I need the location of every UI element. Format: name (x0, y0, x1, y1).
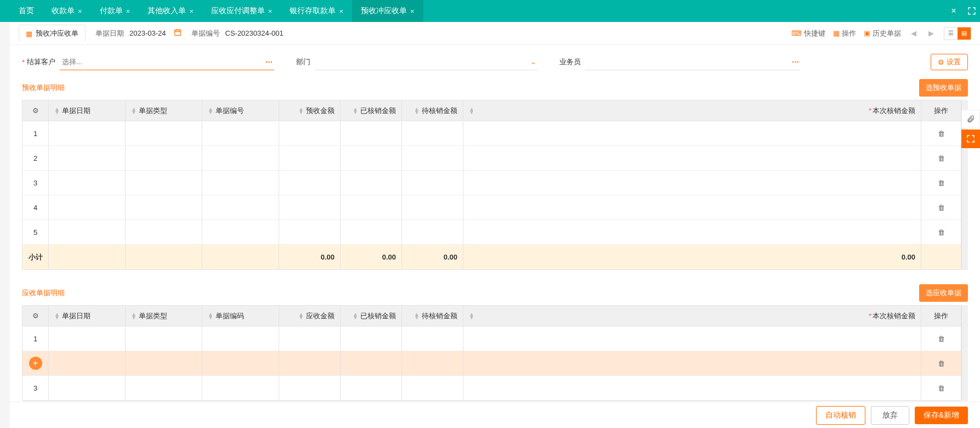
scrollbar[interactable] (961, 305, 968, 401)
col-prepay-amt[interactable]: ▲▼预收金额 (279, 100, 341, 121)
lookup-icon[interactable]: ⋯ (265, 58, 273, 66)
history-icon: ▣ (864, 29, 870, 37)
next-arrow-icon[interactable]: ▶ (926, 29, 936, 37)
col-code[interactable]: ▲▼单据编码 (202, 306, 279, 326)
col-this-amt[interactable]: ▲▼*本次核销金额 (463, 306, 921, 326)
col-date[interactable]: ▲▼单据日期 (49, 100, 126, 121)
trash-icon[interactable]: 🗑 (938, 359, 945, 368)
table-row[interactable]: 4🗑 (22, 195, 961, 220)
app-root: 首页 收款单× 付款单× 其他收入单× 应收应付调整单× 银行存取款单× 预收冲… (0, 0, 980, 428)
row-index: 1 (22, 326, 49, 351)
table-row[interactable]: 5🗑 (22, 220, 961, 245)
col-type[interactable]: ▲▼单据类型 (126, 306, 202, 326)
topbar-close-button[interactable]: × (944, 0, 964, 22)
attachment-button[interactable] (961, 110, 980, 128)
tab-receipt[interactable]: 收款单× (43, 0, 91, 22)
sales-field: 业务员 ⋯ (559, 54, 801, 70)
grid-header: ⚙ ▲▼单据日期 ▲▼单据类型 ▲▼单据编码 ▲▼应收金额 ▲▼已核销金额 ▲▼… (22, 306, 961, 326)
col-type[interactable]: ▲▼单据类型 (126, 100, 202, 121)
close-icon[interactable]: × (268, 7, 273, 15)
table-row[interactable]: 2🗑 (22, 146, 961, 171)
gear-icon: ⚙ (938, 58, 944, 66)
trash-icon[interactable]: 🗑 (938, 179, 945, 187)
col-ar-amt[interactable]: ▲▼应收金额 (279, 306, 341, 326)
pick-prepay-button[interactable]: 选预收单据 (919, 79, 968, 97)
tab-prepay-offset[interactable]: 预收冲应收单× (352, 0, 423, 22)
section1-grid-wrap: ⚙ ▲▼单据日期 ▲▼单据类型 ▲▼单据编号 ▲▼预收金额 ▲▼已核销金额 ▲▼… (10, 100, 980, 270)
table-row[interactable]: 3🗑 (22, 171, 961, 195)
sort-icon: ▲▼ (298, 313, 304, 319)
dept-field: 部门 ⌄ (296, 54, 537, 70)
fullscreen-icon[interactable] (964, 0, 980, 22)
tab-ar-ap-adjust[interactable]: 应收应付调整单× (202, 0, 281, 22)
col-this-amt[interactable]: ▲▼*本次核销金额 (463, 100, 921, 121)
ar-grid: ⚙ ▲▼单据日期 ▲▼单据类型 ▲▼单据编码 ▲▼应收金额 ▲▼已核销金额 ▲▼… (22, 305, 961, 401)
trash-icon[interactable]: 🗑 (938, 384, 945, 392)
tab-home[interactable]: 首页 (10, 0, 43, 22)
trash-icon[interactable]: 🗑 (938, 204, 945, 212)
row-index: 2 (22, 146, 49, 170)
ops-label: 操作 (842, 29, 856, 38)
gear-icon[interactable]: ⚙ (32, 106, 39, 115)
discard-button[interactable]: 放弃 (871, 406, 909, 425)
expand-button[interactable] (961, 129, 980, 148)
trash-icon[interactable]: 🗑 (938, 228, 945, 236)
side-tools (961, 110, 980, 149)
save-new-button[interactable]: 保存&新增 (915, 407, 968, 424)
shortcut-link[interactable]: ⌨快捷键 (791, 29, 825, 38)
ops-link[interactable]: ▦操作 (833, 29, 856, 38)
col-ar-amt-label: 应收金额 (306, 311, 335, 321)
close-icon[interactable]: × (410, 7, 415, 15)
col-code[interactable]: ▲▼单据编号 (202, 100, 279, 121)
trash-icon[interactable]: 🗑 (938, 129, 945, 138)
col-date[interactable]: ▲▼单据日期 (49, 306, 126, 326)
lookup-icon[interactable]: ⋯ (792, 58, 800, 66)
col-pending-amt[interactable]: ▲▼待核销金额 (402, 100, 463, 121)
close-icon[interactable]: × (126, 7, 131, 15)
chevron-down-icon[interactable]: ⌄ (530, 58, 536, 66)
col-type-label: 单据类型 (139, 106, 167, 116)
close-icon[interactable]: × (189, 7, 194, 15)
close-icon[interactable]: × (78, 7, 82, 15)
tab-payment[interactable]: 付款单× (91, 0, 139, 22)
trash-icon[interactable]: 🗑 (938, 335, 945, 343)
section2-title: 应收单据明细 (22, 288, 65, 298)
sort-icon: ▲▼ (353, 313, 358, 319)
settings-button[interactable]: ⚙ 设置 (931, 54, 968, 70)
table-row[interactable]: 1🗑 (22, 121, 961, 146)
tab-label: 付款单 (100, 6, 123, 16)
top-tab-bar: 首页 收款单× 付款单× 其他收入单× 应收应付调整单× 银行存取款单× 预收冲… (0, 0, 980, 22)
customer-input-wrap: ⋯ (60, 54, 274, 70)
document-header: ▦ 预收冲应收单 单据日期 2023-03-24 单据编号 CS-2023032… (10, 22, 980, 45)
col-this-amt-label: 本次核销金额 (873, 106, 915, 116)
view-form-button[interactable]: ▤ (958, 27, 971, 40)
col-wo-amt[interactable]: ▲▼已核销金额 (341, 306, 402, 326)
gear-icon[interactable]: ⚙ (32, 312, 39, 320)
view-list-button[interactable]: ☰ (944, 27, 958, 40)
auto-writeoff-button[interactable]: 自动核销 (816, 406, 865, 425)
add-row-button[interactable]: + (29, 357, 42, 370)
table-row[interactable]: +🗑 (22, 351, 961, 376)
table-row[interactable]: 3🗑 (22, 376, 961, 401)
dept-input[interactable] (315, 55, 537, 68)
col-pending-amt[interactable]: ▲▼待核销金额 (402, 306, 463, 326)
sort-icon: ▲▼ (208, 108, 213, 114)
document-header-right: ⌨快捷键 ▦操作 ▣历史单据 ◀ ▶ ☰ ▤ (791, 27, 971, 40)
required-star: * (869, 106, 871, 115)
close-icon[interactable]: × (339, 7, 343, 15)
sales-input[interactable] (585, 55, 801, 68)
pick-ar-button[interactable]: 选应收单据 (919, 284, 968, 302)
history-link[interactable]: ▣历史单据 (864, 29, 901, 38)
calendar-icon[interactable] (174, 29, 182, 38)
col-pending-amt-label: 待核销金额 (422, 106, 457, 116)
table-row[interactable]: 1🗑 (22, 326, 961, 351)
prev-arrow-icon[interactable]: ◀ (909, 29, 919, 37)
tab-bank-transfer[interactable]: 银行存取款单× (281, 0, 352, 22)
customer-input[interactable] (60, 55, 274, 68)
col-wo-amt[interactable]: ▲▼已核销金额 (341, 100, 402, 121)
sales-input-wrap: ⋯ (585, 54, 801, 70)
col-code-label: 单据编号 (216, 106, 244, 116)
trash-icon[interactable]: 🗑 (938, 154, 945, 162)
col-wo-amt-label: 已核销金额 (360, 106, 396, 116)
tab-other-income[interactable]: 其他收入单× (139, 0, 202, 22)
